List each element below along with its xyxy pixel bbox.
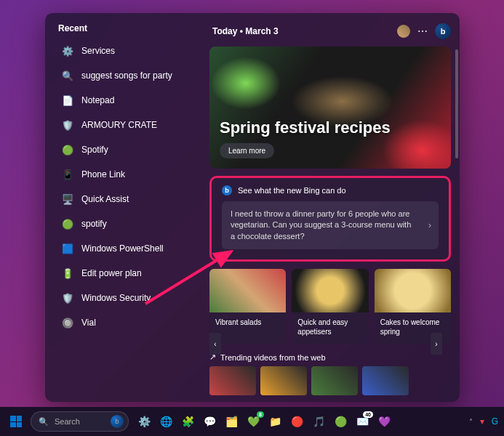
- sidebar-app-item[interactable]: 🔘Vial: [58, 312, 202, 333]
- bing-icon: b: [222, 185, 232, 195]
- bing-prompt-suggestion[interactable]: I need to throw a dinner party for 6 peo…: [222, 201, 439, 249]
- tray-overflow-icon[interactable]: ˄: [469, 418, 473, 426]
- trending-video-thumb[interactable]: [260, 366, 307, 395]
- hero-title: Spring festival recipes: [220, 118, 441, 137]
- search-start-panel: Recent ⚙️Services🔍suggest songs for part…: [45, 13, 460, 402]
- recent-app-list: ⚙️Services🔍suggest songs for party📄Notep…: [58, 41, 202, 333]
- slack-icon[interactable]: 💬: [201, 413, 217, 429]
- search-icon: 🔍: [39, 417, 49, 427]
- sidebar-app-item[interactable]: 📱Phone Link: [58, 164, 202, 185]
- windows-logo-icon: [10, 416, 22, 427]
- app-label: Windows Security: [81, 293, 151, 303]
- bing-card-heading-row: b See what the new Bing can do: [222, 185, 439, 195]
- sidebar-app-item[interactable]: 🛡️ARMOURY CRATE: [58, 115, 202, 135]
- sidebar-app-item[interactable]: 🟢spotify: [58, 214, 202, 234]
- sidebar-app-item[interactable]: 🟦Windows PowerShell: [58, 238, 202, 259]
- app-label: Windows PowerShell: [81, 243, 164, 254]
- itunes-icon[interactable]: 🎵: [311, 413, 327, 429]
- bing-icon[interactable]: b: [435, 23, 451, 39]
- date-text: Today • March 3: [212, 26, 279, 36]
- learn-more-button[interactable]: Learn more: [220, 143, 274, 158]
- spotify-icon[interactable]: 🟢: [332, 413, 348, 429]
- task-view-icon[interactable]: 🗂️: [223, 413, 239, 429]
- phone-link-icon: 📱: [61, 168, 74, 181]
- search-placeholder: Search: [55, 417, 80, 426]
- sidebar-app-item[interactable]: ⚙️Services: [58, 41, 202, 61]
- start-button[interactable]: [6, 411, 26, 432]
- content-scroll: Spring festival recipes Learn more b See…: [209, 47, 451, 402]
- badge: 8: [257, 411, 264, 418]
- bing-icon: b: [111, 415, 124, 428]
- prompt-text: I need to throw a dinner party for 6 peo…: [231, 209, 411, 241]
- notepad-icon: 📄: [61, 94, 74, 107]
- app-label: Spotify: [81, 145, 108, 155]
- bing-suggestion-card: b See what the new Bing can do I need to…: [209, 176, 451, 262]
- system-tray[interactable]: ˄ ▾ G: [469, 416, 498, 427]
- taskbar-search[interactable]: 🔍 Search b: [31, 411, 129, 432]
- recipe-card[interactable]: Quick and easy appetisers: [292, 269, 368, 344]
- app-label: Phone Link: [81, 169, 125, 179]
- taskbar-pinned-apps: ⚙️🌐🧩💬🗂️💚8📁🔴🎵🟢✉️40💜: [136, 413, 392, 429]
- app-label: ARMOURY CRATE: [81, 120, 157, 130]
- header-actions: ⋯ b: [397, 23, 451, 39]
- sidebar-app-item[interactable]: 🟢Spotify: [58, 140, 202, 160]
- trending-video-thumb[interactable]: [209, 366, 256, 395]
- powershell-icon: 🟦: [61, 242, 74, 255]
- sidebar-app-item[interactable]: 🛡️Windows Security: [58, 288, 202, 308]
- sidebar-app-item[interactable]: 🔋Edit power plan: [58, 263, 202, 283]
- app-label: suggest songs for party: [81, 70, 172, 81]
- vivaldi-icon[interactable]: ▾: [480, 416, 484, 427]
- taskbar: 🔍 Search b ⚙️🌐🧩💬🗂️💚8📁🔴🎵🟢✉️40💜 ˄ ▾ G: [0, 407, 504, 436]
- content-column: Today • March 3 ⋯ b Spring festival reci…: [209, 13, 460, 402]
- recent-heading: Recent: [58, 23, 202, 33]
- security-shield-icon: 🛡️: [61, 291, 74, 304]
- sidebar-app-item[interactable]: 📄Notepad: [58, 90, 202, 110]
- recipe-card[interactable]: Vibrant salads: [209, 269, 286, 344]
- app-label: spotify: [81, 219, 107, 229]
- carousel-prev-button[interactable]: ‹: [209, 333, 221, 355]
- recent-sidebar: Recent ⚙️Services🔍suggest songs for part…: [45, 13, 209, 402]
- search-icon: 🔍: [61, 69, 74, 82]
- gear-icon: ⚙️: [61, 44, 74, 57]
- app-label: Services: [81, 46, 115, 56]
- chrome-icon[interactable]: 🌐: [158, 413, 174, 429]
- badge: 40: [363, 411, 373, 418]
- card-image: [209, 269, 286, 312]
- app-label: Notepad: [81, 95, 114, 105]
- app-label: Vial: [81, 318, 96, 328]
- logitech-icon[interactable]: G: [492, 416, 498, 427]
- quick-assist-icon: 🖥️: [61, 193, 74, 206]
- trending-heading-row: ↗ Trending videos from the web: [209, 352, 451, 362]
- recipe-cards-row: Vibrant saladsQuick and easy appetisersC…: [209, 269, 451, 344]
- mail-icon[interactable]: ✉️40: [354, 413, 370, 429]
- card-image: [292, 269, 368, 312]
- scrollbar[interactable]: [455, 49, 458, 158]
- card-label: Quick and easy appetisers: [292, 312, 368, 344]
- arc-icon[interactable]: 🔴: [289, 413, 305, 429]
- card-image: [375, 269, 451, 312]
- store-icon[interactable]: 🧩: [180, 413, 196, 429]
- app-label: Edit power plan: [81, 268, 142, 278]
- discord-icon[interactable]: 💜: [376, 413, 392, 429]
- shield-icon: 🛡️: [61, 118, 74, 132]
- spotify-icon: 🟢: [61, 143, 74, 156]
- spotify-icon: 🟢: [61, 217, 74, 230]
- hero-card[interactable]: Spring festival recipes Learn more: [209, 47, 451, 169]
- chevron-right-icon: ›: [428, 219, 431, 232]
- user-avatar[interactable]: [397, 25, 410, 38]
- bing-card-heading: See what the new Bing can do: [238, 186, 346, 195]
- trending-thumbnails: [209, 366, 451, 395]
- vial-icon: 🔘: [61, 316, 74, 329]
- sidebar-app-item[interactable]: 🔍suggest songs for party: [58, 65, 202, 86]
- trending-heading: Trending videos from the web: [220, 353, 326, 362]
- carousel-next-button[interactable]: ›: [431, 333, 442, 355]
- sidebar-app-item[interactable]: 🖥️Quick Assist: [58, 189, 202, 209]
- trending-video-thumb[interactable]: [362, 366, 409, 395]
- more-menu-button[interactable]: ⋯: [417, 25, 428, 37]
- whatsapp-icon[interactable]: 💚8: [245, 413, 261, 429]
- system-settings-icon[interactable]: ⚙️: [136, 413, 152, 429]
- card-label: Vibrant salads: [209, 312, 286, 334]
- trending-video-thumb[interactable]: [311, 366, 358, 395]
- files-icon[interactable]: 📁: [267, 413, 283, 429]
- app-label: Quick Assist: [81, 194, 129, 204]
